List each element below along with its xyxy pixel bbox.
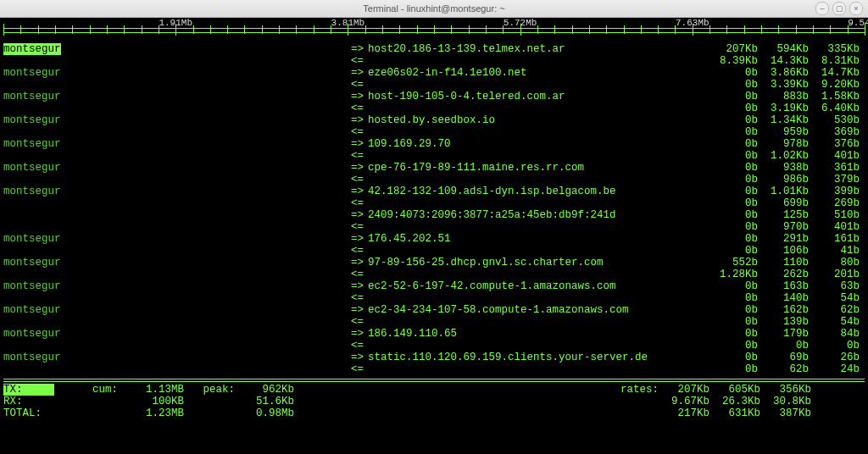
dest-host: hosted.by.seedbox.io [368, 114, 707, 126]
close-button[interactable]: × [849, 2, 863, 15]
footer-label: TX: [3, 384, 54, 396]
rx-rate: 9.20Kb [809, 79, 860, 91]
terminal-body[interactable]: 1.91Mb3.81Mb5.72Mb7.63Mb9.54Mb montsegur… [0, 18, 868, 419]
rx-rate: 0b [707, 292, 758, 304]
rx-rate: 0b [707, 197, 758, 209]
cum-label [92, 396, 125, 407]
rx-rate: 379b [809, 174, 860, 185]
arrow-tx-icon: => [351, 91, 368, 102]
tx-rate: 162b [758, 304, 809, 316]
tx-rate: 0b [707, 185, 758, 197]
tx-rate: 1.34Kb [758, 114, 809, 126]
tx-rate: 69b [758, 352, 809, 363]
peak-label: peak: [184, 384, 235, 396]
connection-row: montsegur=>eze06s02-in-f14.1e100.net0b3.… [3, 67, 865, 91]
tx-rate: 335Kb [809, 43, 860, 55]
source-host: montsegur [3, 304, 351, 316]
arrow-tx-icon: => [351, 185, 368, 197]
dest-host: 176.45.202.51 [368, 233, 707, 245]
connection-row: montsegur=>host-190-105-0-4.telered.com.… [3, 91, 865, 114]
rx-rate: 0b [707, 363, 758, 375]
connection-row: montsegur=>176.45.202.510b291b161b<=0b10… [3, 233, 865, 257]
rx-rate: 0b [809, 340, 860, 352]
cum-value: 1.13MB [125, 384, 184, 396]
rx-rate: 401b [809, 221, 860, 233]
tx-rate: 552b [707, 257, 758, 269]
dest-host: host20.186-13-139.telmex.net.ar [368, 43, 707, 55]
connection-row: montsegur=>42.182-132-109.adsl-dyn.isp.b… [3, 185, 865, 209]
source-host: montsegur [3, 328, 351, 340]
arrow-tx-icon: => [351, 162, 368, 174]
footer-label: TOTAL: [3, 407, 54, 419]
tx-rate: 26b [809, 352, 860, 363]
tx-rate: 376b [809, 138, 860, 150]
footer-totals: TX:cum:1.13MBpeak:962Kbrates:207Kb605Kb3… [3, 384, 865, 419]
rx-rate: 262b [758, 269, 809, 280]
tx-rate: 110b [758, 257, 809, 269]
arrow-rx-icon: <= [351, 79, 368, 91]
tx-rate: 0b [707, 67, 758, 79]
source-host: montsegur [3, 138, 351, 150]
minimize-button[interactable]: – [815, 2, 829, 15]
arrow-rx-icon: <= [351, 269, 368, 280]
source-host: montsegur [3, 67, 351, 79]
tx-rate: 207Kb [707, 43, 758, 55]
footer-label: RX: [3, 396, 54, 407]
dest-host: cpe-76-179-89-111.maine.res.rr.com [368, 162, 707, 174]
connection-row: montsegur=>109.169.29.700b978b376b<=0b1.… [3, 138, 865, 162]
dest-host: 2409:4073:2096:3877:a25a:45eb:db9f:241d [368, 209, 707, 221]
dest-host: host-190-105-0-4.telered.com.ar [368, 91, 707, 102]
connection-row: montsegur=>97-89-156-25.dhcp.gnvl.sc.cha… [3, 257, 865, 280]
rx-rate: 0b [707, 102, 758, 114]
tx-rate: 530b [809, 114, 860, 126]
rx-rate: 0b [707, 245, 758, 257]
connection-row: =>2409:4073:2096:3877:a25a:45eb:db9f:241… [3, 209, 865, 233]
tx-rate: 1.01Kb [758, 185, 809, 197]
rx-rate: 986b [758, 174, 809, 185]
footer-row: TX:cum:1.13MBpeak:962Kbrates:207Kb605Kb3… [3, 384, 865, 396]
arrow-tx-icon: => [351, 257, 368, 269]
arrow-rx-icon: <= [351, 102, 368, 114]
tx-rate: 179b [758, 328, 809, 340]
footer-rate: 217Kb [659, 407, 709, 419]
footer-rate: 605Kb [709, 384, 760, 396]
peak-label [184, 407, 235, 419]
tx-rate: 0b [707, 114, 758, 126]
connections-list: montsegur=>host20.186-13-139.telmex.net.… [3, 40, 865, 375]
maximize-button[interactable]: ▢ [832, 2, 846, 15]
dest-host: 109.169.29.70 [368, 138, 707, 150]
arrow-rx-icon: <= [351, 292, 368, 304]
rx-rate: 269b [809, 197, 860, 209]
rx-rate: 54b [809, 292, 860, 304]
arrow-tx-icon: => [351, 138, 368, 150]
footer-rate: 26.3Kb [709, 396, 760, 407]
rx-rate: 8.31Kb [809, 55, 860, 67]
connection-row: montsegur=>cpe-76-179-89-111.maine.res.r… [3, 162, 865, 185]
tx-rate: 978b [758, 138, 809, 150]
footer-rate: 356Kb [760, 384, 811, 396]
source-host: montsegur [3, 114, 351, 126]
arrow-rx-icon: <= [351, 245, 368, 257]
arrow-tx-icon: => [351, 352, 368, 363]
footer-rate: 30.8Kb [760, 396, 811, 407]
titlebar[interactable]: Terminal - linuxhint@montsegur: ~ – ▢ × [0, 0, 868, 18]
window-title: Terminal - linuxhint@montsegur: ~ [363, 3, 504, 14]
peak-label [184, 396, 235, 407]
source-host: montsegur [3, 352, 351, 363]
rx-rate: 139b [758, 316, 809, 328]
rx-rate: 106b [758, 245, 809, 257]
dest-host: ec2-34-234-107-58.compute-1.amazonaws.co… [368, 304, 707, 316]
arrow-rx-icon: <= [351, 316, 368, 328]
tx-rate: 510b [809, 209, 860, 221]
tx-rate: 161b [809, 233, 860, 245]
source-host: montsegur [3, 257, 351, 269]
tx-rate: 84b [809, 328, 860, 340]
cum-label [92, 407, 125, 419]
footer-row: RX:100KB51.6Kb9.67Kb26.3Kb30.8Kb [3, 396, 865, 407]
footer-separator [3, 379, 865, 382]
peak-value: 51.6Kb [235, 396, 294, 407]
rx-rate: 0b [707, 150, 758, 162]
rates-label [608, 396, 659, 407]
source-host: montsegur [3, 43, 351, 55]
rx-rate: 62b [758, 363, 809, 375]
